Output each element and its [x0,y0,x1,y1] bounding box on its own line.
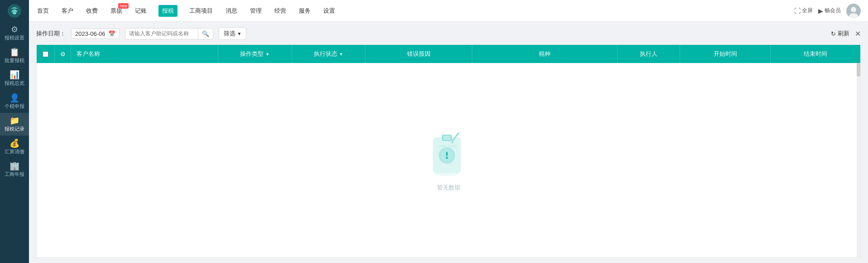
record-icon: 📁 [10,117,19,125]
svg-rect-11 [446,152,448,156]
person-tax-icon: 👤 [10,94,19,102]
sidebar-item-baoshui-shezhi[interactable]: ⚙ 报税设置 [0,22,29,44]
sidebar-item-label: 报税设置 [5,35,24,41]
search-button[interactable]: 🔍 [198,29,213,39]
th-exec-status[interactable]: 执行状态 ▼ [292,45,366,63]
search-box: 🔍 [125,28,213,39]
settlement-icon: 💰 [10,139,19,147]
table-body: 暂无数据 [37,63,860,257]
nav-home[interactable]: 首页 [36,5,50,17]
sidebar-item-label: 汇算清缴 [5,149,24,155]
svg-point-12 [446,157,448,159]
sidebar-item-geshui-shenbao[interactable]: 👤 个税申报 [0,90,29,113]
new-badge: new [118,3,129,9]
th-error-reason: 错误股因 [365,45,472,63]
chevron-down-icon: ▼ [237,31,242,36]
th-gear[interactable]: ⚙ [55,45,71,63]
th-end-time: 结束时间 [771,45,860,63]
member-icon: ▶ [818,7,823,15]
svg-point-17 [434,171,460,176]
filter-button[interactable]: 筛选 ▼ [219,27,247,40]
refresh-button[interactable]: ↻ 刷新 [831,29,849,38]
search-input[interactable] [125,29,198,39]
table-header: ⚙ 客户名称 操作类型 ▼ 执行状态 ▼ 错误股因 税种 [37,45,860,63]
svg-point-3 [851,7,856,12]
sidebar-item-gongshang-nianbao[interactable]: 🏢 工商年报 [0,158,29,181]
overview-icon: 📊 [10,71,19,79]
close-icon: ✕ [855,30,861,38]
avatar[interactable] [846,4,861,18]
sidebar: ⚙ 报税设置 📋 批量报税 📊 报税总览 👤 个税申报 📁 报税记录 💰 汇算清… [0,0,29,263]
th-checkbox[interactable] [37,45,55,63]
annual-report-icon: 🏢 [10,162,19,170]
settings-icon: ⚙ [11,25,18,34]
date-value: 2023-06-06 [75,30,106,37]
th-start-time: 开始时间 [680,45,770,63]
svg-rect-16 [448,146,457,147]
nav-jingying[interactable]: 经营 [273,5,287,17]
nav-fuwu[interactable]: 服务 [298,5,312,17]
nav-guanli[interactable]: 管理 [249,5,263,17]
table-scrollbar[interactable] [857,63,860,257]
toolbar-right: ↻ 刷新 ✕ [831,29,861,38]
nav-gongshang-xiangmu[interactable]: 工商项目 [188,5,214,17]
empty-illustration [426,128,471,178]
batch-tax-icon: 📋 [10,48,19,56]
nav-baoshui[interactable]: 报税 [158,5,177,17]
sidebar-item-huisuan-jiaona[interactable]: 💰 汇算清缴 [0,136,29,158]
scrollbar-thumb[interactable] [857,63,860,77]
sidebar-item-label: 工商年报 [5,171,24,177]
toolbar: 操作日期： 2023-06-06 📅 🔍 筛选 ▼ ↻ 刷新 [36,27,861,40]
close-button[interactable]: ✕ [855,29,861,38]
content-area: 操作日期： 2023-06-06 📅 🔍 筛选 ▼ ↻ 刷新 [29,22,868,263]
app-logo[interactable] [0,0,29,22]
sidebar-item-label: 个税申报 [5,103,24,109]
th-tax-type: 税种 [472,45,618,63]
fullscreen-button[interactable]: ⛶ 全屏 [794,7,813,15]
th-executor: 执行人 [618,45,681,63]
column-settings-icon: ⚙ [60,51,66,58]
svg-point-1 [13,11,16,15]
select-all-checkbox[interactable] [43,51,48,57]
search-icon: 🔍 [202,30,209,37]
calendar-icon: 📅 [108,30,115,37]
empty-state: 暂无数据 [412,115,485,205]
nav-xiaoxi[interactable]: 消息 [225,5,238,17]
main-area: 首页 客户 收费 票据 new 记账 报税 工商项目 消息 管理 经营 服务 设… [29,0,868,263]
data-table: ⚙ 客户名称 操作类型 ▼ 执行状态 ▼ 错误股因 税种 [36,44,861,258]
nav-piaoju[interactable]: 票据 new [110,5,123,17]
nav-shoufei[interactable]: 收费 [85,5,99,17]
sidebar-item-piliang-baoshui[interactable]: 📋 批量报税 [0,44,29,67]
th-customer-name: 客户名称 [71,45,218,63]
sort-icon: ▼ [339,52,344,57]
sidebar-item-label: 批量报税 [5,58,24,63]
th-op-type[interactable]: 操作类型 ▼ [218,45,292,63]
top-navigation: 首页 客户 收费 票据 new 记账 报税 工商项目 消息 管理 经营 服务 设… [29,0,868,22]
refresh-icon: ↻ [831,30,836,37]
topnav-right: ⛶ 全屏 ▶ 畅会员 [794,4,861,18]
sidebar-item-label: 报税记录 [5,126,24,132]
nav-customer[interactable]: 客户 [61,5,74,17]
svg-rect-15 [439,146,446,147]
sidebar-item-baoshui-jilu[interactable]: 📁 报税记录 [0,113,29,136]
sort-icon: ▼ [265,52,270,57]
date-label: 操作日期： [36,29,66,38]
member-button[interactable]: ▶ 畅会员 [818,7,841,15]
nav-jizhang[interactable]: 记账 [134,5,148,17]
filter-label: 筛选 [224,29,235,38]
empty-text: 暂无数据 [437,184,460,192]
fullscreen-icon: ⛶ [794,7,801,15]
sidebar-item-baoshui-zonglian[interactable]: 📊 报税总览 [0,67,29,90]
nav-shezhi[interactable]: 设置 [322,5,336,17]
sidebar-item-label: 报税总览 [5,80,24,86]
svg-rect-8 [443,136,451,140]
date-picker[interactable]: 2023-06-06 📅 [71,29,120,39]
